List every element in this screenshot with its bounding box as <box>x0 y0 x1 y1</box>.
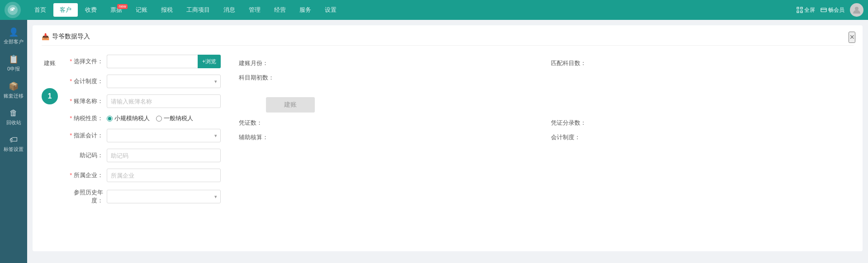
period-balance-label: 科目期初数： <box>239 74 274 82</box>
svg-rect-5 <box>801 11 802 13</box>
tax-radio-group: 小规模纳税人 一般纳税人 <box>107 114 193 122</box>
accountant-row: * 指派会计： <box>67 129 221 142</box>
tax-general-input[interactable] <box>156 116 162 122</box>
voucher-label: 凭证数： <box>239 119 262 127</box>
history-year-row: 参照历史年度： <box>67 188 221 205</box>
step-label: 建账 <box>44 59 56 67</box>
tax-nature-label: * 纳税性质： <box>67 114 103 122</box>
match-subjects-row: 匹配科目数： <box>551 59 854 67</box>
file-input-group: +浏览 <box>107 55 221 68</box>
import-icon: 📥 <box>42 33 49 40</box>
accountant-select[interactable] <box>107 129 221 142</box>
aux-calc-label: 辅助核算： <box>239 133 268 141</box>
fullscreen-btn[interactable]: 全屏 <box>797 6 815 14</box>
svg-rect-2 <box>797 7 799 9</box>
build-month-row: 建账月份： <box>239 59 542 67</box>
memo-label: 助记码： <box>67 151 103 160</box>
nav-settings[interactable]: 设置 <box>318 3 343 17</box>
right-panel: 建账月份： 匹配科目数： 科目期初数： 建账 <box>239 55 854 205</box>
period-balance-row: 科目期初数： <box>239 74 542 82</box>
form-area: 建账 1 * 选择文件： +浏览 <box>42 55 854 205</box>
nav-tax[interactable]: 报税 <box>155 3 179 17</box>
sidebar-item-migrate[interactable]: 📦 账套迁移 <box>0 78 27 103</box>
nav-right: 全屏 畅会员 <box>797 3 863 17</box>
nav-invoice[interactable]: 票据 new <box>104 3 128 17</box>
tax-general-radio[interactable]: 一般纳税人 <box>156 114 193 122</box>
info-grid: 建账月份： 匹配科目数： 科目期初数： 建账 <box>239 59 854 141</box>
file-input[interactable] <box>107 55 198 68</box>
memo-input[interactable] <box>107 149 221 162</box>
close-button[interactable]: × <box>849 32 855 43</box>
company-row: * 所属企业： <box>67 169 221 182</box>
nav-manage[interactable]: 管理 <box>242 3 267 17</box>
right-accounting-system-label: 会计制度： <box>551 133 580 141</box>
memo-row: 助记码： <box>67 149 221 162</box>
svg-rect-6 <box>821 8 826 12</box>
svg-point-1 <box>12 9 14 11</box>
top-nav: 首页 客户 收费 票据 new 记账 报税 工商项目 消息 管理 经营 服务 设… <box>0 0 868 20</box>
vip-btn[interactable]: 畅会员 <box>821 6 844 14</box>
sidebar: 👤 全部客户 📋 0申报 📦 账套迁移 🗑 回收站 🏷 标签设置 <box>0 20 27 263</box>
person-icon: 👤 <box>9 27 19 37</box>
layout: 👤 全部客户 📋 0申报 📦 账套迁移 🗑 回收站 🏷 标签设置 📥 导爷数据导… <box>0 20 868 263</box>
accounting-label: * 会计制度： <box>67 77 103 85</box>
tag-icon: 🏷 <box>9 135 18 145</box>
new-badge: new <box>117 4 128 9</box>
file-label: * 选择文件： <box>67 57 103 66</box>
company-input[interactable] <box>107 169 221 182</box>
ledger-name-row: * 账簿名称： <box>67 94 221 108</box>
form-left: 建账 1 * 选择文件： +浏览 <box>42 55 221 205</box>
accounting-select[interactable] <box>107 75 221 88</box>
main-content: 📥 导爷数据导入 × 建账 1 <box>27 20 868 263</box>
history-year-select[interactable] <box>107 190 221 203</box>
user-avatar[interactable] <box>850 3 863 17</box>
sidebar-item-trash[interactable]: 🗑 回收站 <box>0 105 27 130</box>
svg-rect-4 <box>797 11 799 13</box>
voucher-entries-row: 凭证分录数： <box>551 119 854 127</box>
step-badge: 1 <box>42 88 58 104</box>
browse-button[interactable]: +浏览 <box>198 55 221 68</box>
aux-calc-row: 辅助核算： <box>239 133 542 141</box>
accounting-select-wrapper <box>107 75 221 88</box>
nav-operation[interactable]: 经营 <box>268 3 292 17</box>
file-row: * 选择文件： +浏览 <box>67 55 221 68</box>
accounting-row: * 会计制度： <box>67 75 221 88</box>
nav-business[interactable]: 工商项目 <box>180 3 216 17</box>
match-subjects-label: 匹配科目数： <box>551 59 586 67</box>
tax-small-radio[interactable]: 小规模纳税人 <box>107 114 150 122</box>
ledger-name-input[interactable] <box>107 94 221 108</box>
ledger-name-label: * 账簿名称： <box>67 97 103 105</box>
history-year-select-wrapper <box>107 190 221 203</box>
main-nav: 首页 客户 收费 票据 new 记账 报税 工商项目 消息 管理 经营 服务 设… <box>28 3 343 17</box>
import-card: 📥 导爷数据导入 × 建账 1 <box>33 25 863 251</box>
nav-fee[interactable]: 收费 <box>79 3 103 17</box>
card-header: 📥 导爷数据导入 <box>42 33 854 46</box>
accountant-select-wrapper <box>107 129 221 142</box>
nav-message[interactable]: 消息 <box>217 3 242 17</box>
trash-icon: 🗑 <box>9 108 18 118</box>
nav-customer[interactable]: 客户 <box>53 3 78 17</box>
svg-point-7 <box>855 7 859 10</box>
accountant-label: * 指派会计： <box>67 132 103 140</box>
build-btn-container: 建账 <box>239 88 854 113</box>
company-label: * 所属企业： <box>67 171 103 179</box>
voucher-row: 凭证数： <box>239 119 542 127</box>
nav-bookkeeping[interactable]: 记账 <box>129 3 154 17</box>
build-account-button[interactable]: 建账 <box>266 97 315 113</box>
nav-service[interactable]: 服务 <box>293 3 318 17</box>
migrate-icon: 📦 <box>9 81 19 91</box>
history-year-label: 参照历史年度： <box>67 188 103 205</box>
app-logo <box>5 2 21 18</box>
sidebar-item-all-customers[interactable]: 👤 全部客户 <box>0 23 27 49</box>
form-grid: * 选择文件： +浏览 * 会计制度： <box>67 55 221 205</box>
tax-small-input[interactable] <box>107 116 113 122</box>
nav-home[interactable]: 首页 <box>28 3 52 17</box>
tax-nature-row: * 纳税性质： 小规模纳税人 一般纳税人 <box>67 114 221 122</box>
right-accounting-system-row: 会计制度： <box>551 133 854 141</box>
declaration-icon: 📋 <box>9 54 19 64</box>
sidebar-item-declaration[interactable]: 📋 0申报 <box>0 51 27 76</box>
voucher-entries-label: 凭证分录数： <box>551 119 586 127</box>
svg-rect-3 <box>801 7 802 9</box>
card-title: 导爷数据导入 <box>52 33 90 41</box>
sidebar-item-tags[interactable]: 🏷 标签设置 <box>0 132 27 156</box>
